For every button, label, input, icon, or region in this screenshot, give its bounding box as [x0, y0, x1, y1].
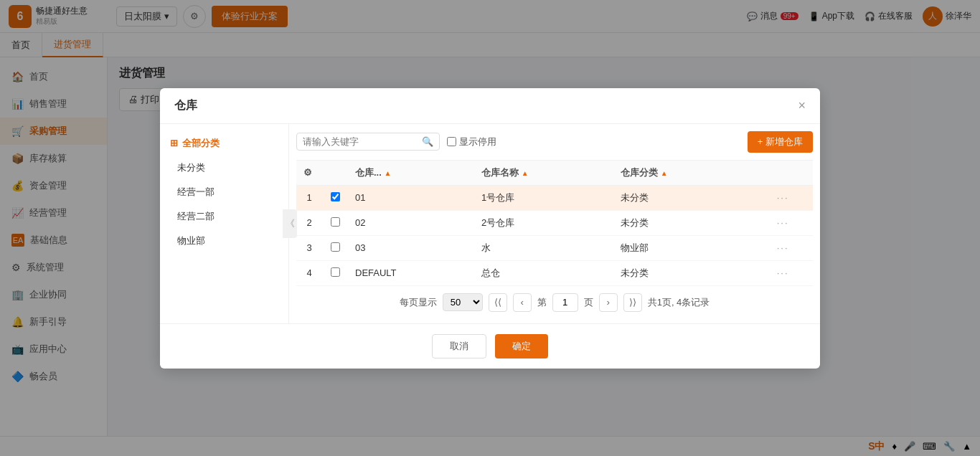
td-check[interactable]	[322, 235, 348, 260]
row-action-dots[interactable]: ···	[777, 217, 789, 228]
dialog-footer: 取消 确定	[160, 323, 820, 369]
all-category-btn[interactable]: ⊞ 全部分类	[160, 131, 288, 156]
td-actions[interactable]: ···	[753, 185, 813, 210]
td-code: DEFAULT	[348, 260, 474, 285]
pagination: 每页显示 50 100 200 ⟨⟨ ‹ 第 页 › ⟩⟩ 共1页, 4条记录	[296, 286, 813, 316]
th-settings[interactable]: ⚙	[296, 160, 322, 185]
dialog-overlay: 仓库 × ⊞ 全部分类 未分类 经营一部 经营二部 物业部 《	[0, 0, 980, 456]
grid-icon: ⊞	[170, 138, 178, 148]
all-category-label: 全部分类	[182, 137, 220, 150]
td-actions[interactable]: ···	[753, 260, 813, 285]
warehouse-table: ⚙ 仓库... ▲ 仓库名称 ▲ 仓库分类 ▲ 1 01 1号仓库 未分类 ··…	[296, 160, 813, 286]
table-row[interactable]: 3 03 水 物业部 ···	[296, 235, 813, 260]
td-actions[interactable]: ···	[753, 235, 813, 260]
search-icon: 🔍	[422, 136, 433, 147]
category-property[interactable]: 物业部	[160, 229, 288, 253]
category-panel: ⊞ 全部分类 未分类 经营一部 经营二部 物业部 《	[160, 124, 289, 323]
per-page-select[interactable]: 50 100 200	[443, 293, 483, 311]
dialog-header: 仓库 ×	[160, 88, 820, 124]
th-actions	[753, 160, 813, 185]
td-code: 01	[348, 185, 474, 210]
td-check[interactable]	[322, 260, 348, 285]
td-category: 未分类	[613, 210, 753, 235]
td-category: 未分类	[613, 260, 753, 285]
dialog-close-button[interactable]: ×	[798, 98, 806, 113]
last-page-btn[interactable]: ⟩⟩	[623, 293, 642, 312]
th-category[interactable]: 仓库分类 ▲	[613, 160, 753, 185]
td-actions[interactable]: ···	[753, 210, 813, 235]
td-check[interactable]	[322, 210, 348, 235]
td-no: 1	[296, 185, 322, 210]
total-info: 共1页, 4条记录	[648, 296, 710, 309]
td-name: 总仓	[474, 260, 613, 285]
td-code: 03	[348, 235, 474, 260]
dialog-title: 仓库	[174, 98, 197, 113]
td-no: 2	[296, 210, 322, 235]
row-action-dots[interactable]: ···	[777, 242, 789, 253]
table-row[interactable]: 2 02 2号仓库 未分类 ···	[296, 210, 813, 235]
category-operations1[interactable]: 经营一部	[160, 180, 288, 204]
search-input[interactable]	[303, 136, 418, 147]
table-row[interactable]: 4 DEFAULT 总仓 未分类 ···	[296, 260, 813, 285]
prev-page-btn[interactable]: ‹	[513, 293, 532, 312]
collapse-panel-btn[interactable]: 《	[283, 209, 297, 238]
td-category: 物业部	[613, 235, 753, 260]
table-row[interactable]: 1 01 1号仓库 未分类 ···	[296, 185, 813, 210]
table-toolbar: 🔍 显示停用 + 新增仓库	[296, 131, 813, 153]
page-number-input[interactable]	[552, 293, 578, 312]
search-wrap: 🔍	[296, 133, 440, 151]
dialog-body: ⊞ 全部分类 未分类 经营一部 经营二部 物业部 《 🔍	[160, 124, 820, 323]
confirm-button[interactable]: 确定	[495, 334, 548, 358]
category-unclassified[interactable]: 未分类	[160, 156, 288, 180]
page-suffix: 页	[584, 296, 593, 309]
first-page-btn[interactable]: ⟨⟨	[489, 293, 507, 312]
row-action-dots[interactable]: ···	[777, 192, 789, 203]
td-category: 未分类	[613, 185, 753, 210]
page-prefix: 第	[537, 296, 547, 309]
td-code: 02	[348, 210, 474, 235]
show-disabled-wrap[interactable]: 显示停用	[447, 136, 496, 148]
td-no: 3	[296, 235, 322, 260]
td-name: 1号仓库	[474, 185, 613, 210]
show-disabled-checkbox[interactable]	[447, 137, 456, 146]
th-check	[322, 160, 348, 185]
th-code[interactable]: 仓库... ▲	[348, 160, 474, 185]
warehouse-dialog: 仓库 × ⊞ 全部分类 未分类 经营一部 经营二部 物业部 《	[160, 88, 820, 369]
new-warehouse-btn[interactable]: + 新增仓库	[748, 131, 813, 153]
row-action-dots[interactable]: ···	[777, 267, 789, 278]
td-name: 水	[474, 235, 613, 260]
td-name: 2号仓库	[474, 210, 613, 235]
table-panel: 🔍 显示停用 + 新增仓库 ⚙ 仓库... ▲	[289, 124, 820, 323]
per-page-label: 每页显示	[400, 296, 437, 309]
th-name[interactable]: 仓库名称 ▲	[474, 160, 613, 185]
td-no: 4	[296, 260, 322, 285]
category-operations2[interactable]: 经营二部	[160, 204, 288, 229]
cancel-button[interactable]: 取消	[432, 334, 486, 358]
show-disabled-label: 显示停用	[459, 136, 496, 148]
td-check[interactable]	[322, 185, 348, 210]
next-page-btn[interactable]: ›	[599, 293, 618, 312]
